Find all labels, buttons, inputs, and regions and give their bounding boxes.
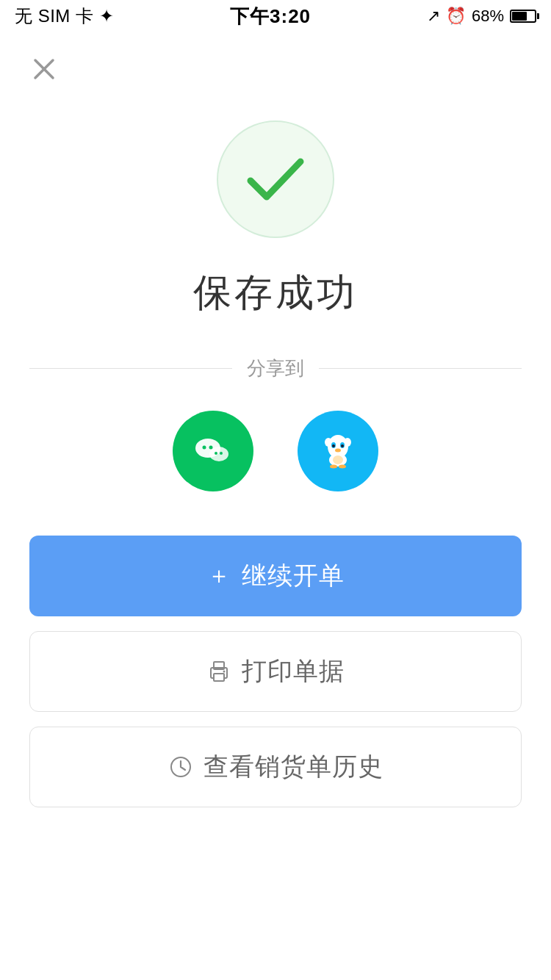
svg-point-9 bbox=[325, 438, 332, 447]
success-title: 保存成功 bbox=[193, 267, 358, 319]
print-button[interactable]: 打印单据 bbox=[29, 631, 522, 712]
success-circle bbox=[217, 120, 334, 238]
continue-order-button[interactable]: ＋ 继续开单 bbox=[29, 536, 522, 616]
history-label: 查看销货单历史 bbox=[204, 750, 383, 784]
history-button[interactable]: 查看销货单历史 bbox=[29, 727, 522, 807]
battery-icon bbox=[510, 10, 536, 23]
printer-icon bbox=[206, 659, 231, 684]
print-label: 打印单据 bbox=[242, 655, 345, 688]
svg-point-12 bbox=[332, 444, 335, 447]
svg-point-18 bbox=[330, 465, 337, 469]
location-icon: ↗ bbox=[427, 7, 440, 26]
svg-point-7 bbox=[220, 452, 223, 455]
divider-right bbox=[319, 368, 522, 369]
clock-icon bbox=[168, 754, 193, 779]
qq-share-button[interactable] bbox=[298, 411, 378, 491]
share-icons-container bbox=[173, 411, 378, 491]
share-divider: 分享到 bbox=[29, 356, 522, 381]
plus-icon: ＋ bbox=[207, 560, 231, 592]
svg-point-19 bbox=[339, 465, 346, 469]
svg-point-17 bbox=[333, 455, 343, 464]
svg-point-4 bbox=[203, 446, 206, 450]
divider-left bbox=[29, 368, 232, 369]
svg-point-3 bbox=[209, 447, 228, 461]
status-signal: 无 SIM 卡 ✦ bbox=[15, 4, 114, 28]
svg-point-6 bbox=[215, 452, 217, 455]
svg-point-10 bbox=[344, 438, 351, 447]
continue-order-label: 继续开单 bbox=[242, 559, 345, 593]
qq-icon bbox=[316, 429, 360, 473]
battery-percent: 68% bbox=[472, 7, 504, 26]
svg-point-14 bbox=[341, 444, 344, 447]
checkmark-icon bbox=[246, 157, 305, 201]
svg-point-15 bbox=[335, 449, 341, 453]
main-content: 保存成功 分享到 bbox=[0, 106, 551, 980]
action-buttons: ＋ 继续开单 打印单据 查看销货单历史 bbox=[29, 536, 522, 807]
wechat-icon bbox=[191, 429, 235, 473]
share-label: 分享到 bbox=[247, 356, 304, 381]
svg-point-23 bbox=[223, 671, 226, 673]
svg-point-5 bbox=[209, 446, 213, 450]
wechat-share-button[interactable] bbox=[173, 411, 253, 491]
svg-rect-22 bbox=[214, 674, 224, 681]
alarm-icon: ⏰ bbox=[446, 7, 466, 26]
status-bar: 无 SIM 卡 ✦ 下午3:20 ↗ ⏰ 68% bbox=[0, 0, 551, 32]
status-time: 下午3:20 bbox=[230, 4, 311, 29]
status-right: ↗ ⏰ 68% bbox=[427, 7, 536, 26]
close-button[interactable] bbox=[22, 47, 66, 91]
